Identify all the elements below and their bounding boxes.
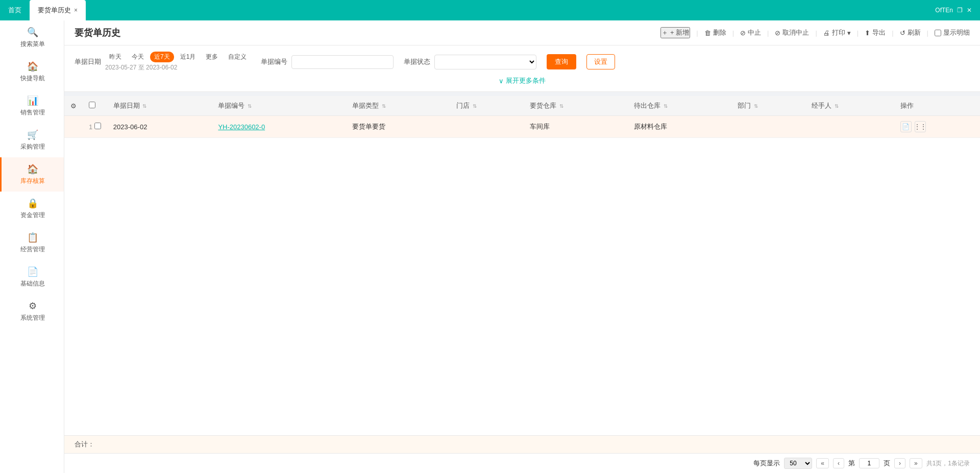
tab-requisition-history[interactable]: 要货单历史 × <box>30 0 86 20</box>
cell-checkbox: 1 <box>83 116 107 138</box>
date-btn-custom[interactable]: 自定义 <box>224 52 251 62</box>
sidebar-item-purchase-mgmt[interactable]: 🛒 采购管理 <box>0 123 64 157</box>
restore-btn[interactable]: ❐ <box>957 7 963 14</box>
sidebar-item-basic-info[interactable]: 📄 基础信息 <box>0 260 64 294</box>
filter-row: 单据日期 昨天 今天 近7天 近1月 更多 自定义 2023-05-27 至 2… <box>75 52 970 72</box>
status-select[interactable] <box>434 55 536 69</box>
print-button[interactable]: 🖨 打印 ▾ <box>823 28 851 37</box>
stop-icon: ⊘ <box>740 29 746 37</box>
last-page-btn[interactable]: » <box>910 458 922 468</box>
cancel-stop-button[interactable]: ⊘ 取消中止 <box>775 28 809 37</box>
sidebar-item-search-menu[interactable]: 🔍 搜索菜单 <box>0 20 64 55</box>
sales-icon: 📊 <box>27 95 38 106</box>
select-all-checkbox[interactable] <box>89 102 95 108</box>
system-icon: ⚙ <box>29 300 37 312</box>
display-detail-checkbox[interactable]: 显示明细 <box>935 28 970 37</box>
table-area: ⚙ 单据日期 ⇅ 单据编号 ⇅ 单据类型 <box>64 96 980 435</box>
sidebar-item-label-quick: 快捷导航 <box>20 74 45 83</box>
page-size-select[interactable]: 20 50 100 <box>784 458 812 469</box>
col-req-warehouse[interactable]: 要货仓库 ⇅ <box>524 96 628 116</box>
col-action: 操作 <box>894 96 980 116</box>
doc-no-input[interactable] <box>291 55 394 69</box>
date-filter-group: 单据日期 昨天 今天 近7天 近1月 更多 自定义 2023-05-27 至 2… <box>75 52 251 72</box>
cell-doc-date: 2023-06-02 <box>107 116 212 138</box>
prev-page-btn[interactable]: ‹ <box>833 458 844 468</box>
date-filter-col: 昨天 今天 近7天 近1月 更多 自定义 2023-05-27 至 2023-0… <box>105 52 251 72</box>
row-checkbox[interactable] <box>94 123 101 129</box>
col-doc-date[interactable]: 单据日期 ⇅ <box>107 96 212 116</box>
pagination: 每页显示 20 50 100 « ‹ 第 页 › » 共1页，1条记录 <box>64 453 980 473</box>
col-doc-no[interactable]: 单据编号 ⇅ <box>212 96 346 116</box>
page-input-label: 第 <box>848 459 855 468</box>
settings-button[interactable]: 设置 <box>586 54 615 69</box>
finance-icon: 🔒 <box>27 198 38 209</box>
delete-button[interactable]: 🗑 删除 <box>704 28 726 37</box>
row-num: 1 <box>89 123 92 131</box>
sidebar-item-label-search: 搜索菜单 <box>20 40 45 49</box>
sidebar-item-system-mgmt[interactable]: ⚙ 系统管理 <box>0 294 64 328</box>
display-detail-input[interactable] <box>935 30 941 36</box>
table-row: 1 2023-06-02 YH-20230602-0 要货单要货 车间库 原材料… <box>64 116 980 138</box>
tab-home-label: 首页 <box>8 6 21 15</box>
doc-no-filter-group: 单据编号 <box>261 55 394 69</box>
cancel-stop-icon: ⊘ <box>775 29 780 37</box>
page-title: 要货单历史 <box>75 27 120 39</box>
top-bar: 首页 要货单历史 × OfTEn ❐ ✕ <box>0 0 980 20</box>
next-page-btn[interactable]: › <box>894 458 905 468</box>
sidebar-item-quick-nav[interactable]: 🏠 快捷导航 <box>0 55 64 89</box>
expand-more-btn[interactable]: ∨ 展开更多条件 <box>75 76 970 85</box>
sidebar: 🔍 搜索菜单 🏠 快捷导航 📊 销售管理 🛒 采购管理 🏠 库存核算 🔒 资金管… <box>0 20 64 473</box>
col-doc-type[interactable]: 单据类型 ⇅ <box>346 96 450 116</box>
export-icon: ⬆ <box>865 29 870 37</box>
date-btn-more[interactable]: 更多 <box>202 52 222 62</box>
date-btn-today[interactable]: 今天 <box>128 52 148 62</box>
col-store[interactable]: 门店 ⇅ <box>450 96 524 116</box>
refresh-label: 刷新 <box>908 28 921 37</box>
sort-icon-req-wh: ⇅ <box>559 103 564 109</box>
cell-req-warehouse: 车间库 <box>524 116 628 138</box>
export-button[interactable]: ⬆ 导出 <box>865 28 886 37</box>
cell-pending-warehouse: 原材料仓库 <box>628 116 732 138</box>
page-unit: 页 <box>884 459 890 468</box>
date-btn-1month[interactable]: 近1月 <box>176 52 200 62</box>
export-label: 导出 <box>872 28 886 37</box>
col-dept[interactable]: 部门 ⇅ <box>731 96 805 116</box>
refresh-button[interactable]: ↺ 刷新 <box>900 28 921 37</box>
page-input[interactable] <box>859 458 879 468</box>
brand-label: OfTEn <box>935 7 953 14</box>
col-pending-warehouse[interactable]: 待出仓库 ⇅ <box>628 96 732 116</box>
close-btn[interactable]: ✕ <box>967 7 972 14</box>
date-btn-yesterday[interactable]: 昨天 <box>105 52 126 62</box>
first-page-btn[interactable]: « <box>816 458 829 468</box>
status-label: 单据状态 <box>404 57 430 66</box>
cell-dept <box>731 116 805 138</box>
chevron-down-icon: ∨ <box>499 77 504 85</box>
tab-close-icon[interactable]: × <box>74 7 78 14</box>
cell-doc-no[interactable]: YH-20230602-0 <box>212 116 346 138</box>
stop-button[interactable]: ⊘ 中止 <box>740 28 761 37</box>
view-action-btn[interactable]: 📄 <box>900 121 912 132</box>
sidebar-item-label-inventory: 库存核算 <box>20 177 45 185</box>
search-menu-icon: 🔍 <box>27 27 38 38</box>
doc-no-label: 单据编号 <box>261 57 287 66</box>
more-action-btn[interactable]: ⋮⋮ <box>915 121 926 132</box>
sidebar-item-label-purchase: 采购管理 <box>20 143 45 151</box>
inventory-icon: 🏠 <box>27 163 38 175</box>
operation-icon: 📋 <box>27 232 38 243</box>
sort-icon-dept: ⇅ <box>754 103 758 109</box>
sidebar-item-sales-mgmt[interactable]: 📊 销售管理 <box>0 89 64 123</box>
new-button[interactable]: ＋ + 新增 <box>660 27 690 38</box>
date-btn-7days[interactable]: 近7天 <box>150 52 174 62</box>
tab-bar: 首页 要货单历史 × <box>0 0 86 20</box>
col-handler[interactable]: 经手人 ⇅ <box>805 96 894 116</box>
sidebar-item-inventory[interactable]: 🏠 库存核算 <box>0 157 64 192</box>
query-button[interactable]: 查询 <box>547 54 576 69</box>
sidebar-item-operation-mgmt[interactable]: 📋 经营管理 <box>0 226 64 260</box>
sidebar-item-finance-mgmt[interactable]: 🔒 资金管理 <box>0 192 64 226</box>
tab-home[interactable]: 首页 <box>0 0 30 20</box>
status-filter-group: 单据状态 <box>404 55 536 69</box>
date-range-text: 2023-05-27 至 2023-06-02 <box>105 63 251 72</box>
summary-label: 合计： <box>75 440 94 448</box>
toolbar: ＋ + 新增 | 🗑 删除 | ⊘ 中止 | ⊘ 取消中止 | <box>660 27 970 38</box>
basic-info-icon: 📄 <box>27 266 38 277</box>
